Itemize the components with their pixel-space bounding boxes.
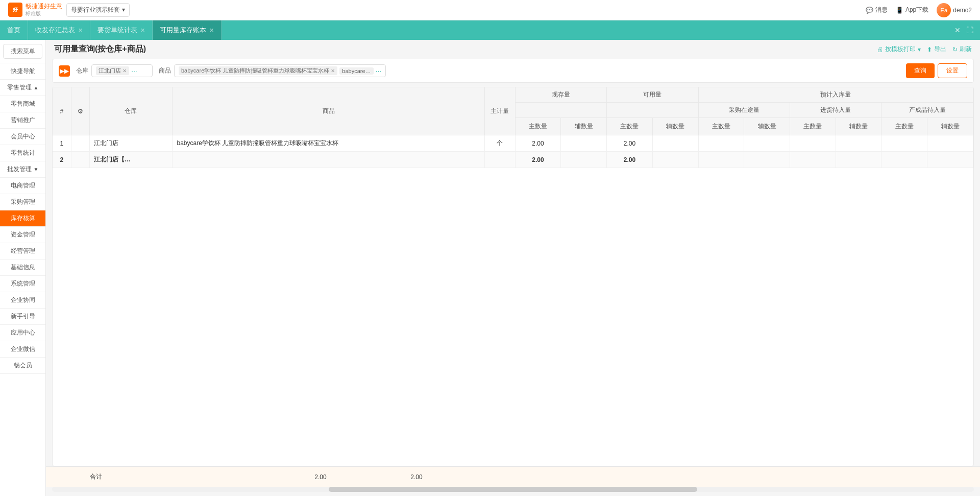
main-layout: 搜索菜单 快捷导航 零售管理 ▲ 零售商城 营销推广 会员中心 零售统计 批发管… [0,40,980,496]
message-button[interactable]: 💬 消息 [866,6,888,14]
table-container: # ⚙ 仓库 商品 主计量 现存量 可用量 预计入库量 采购在途量 进货待入量 [52,87,974,466]
warehouse-filter: 仓库 江北门店 ✕ ··· [76,64,153,77]
product-input[interactable]: babycare学饮杯 儿童防摔防撞吸管杯重力球吸嘴杯宝宝水杯 ✕ babyca… [174,64,386,77]
subtotal-pending-in-main [790,152,836,168]
cell-settings [71,135,89,152]
cell-warehouse: 江北门店 [89,135,173,152]
sidebar-item-member-center[interactable]: 会员中心 [0,129,45,145]
app-download-button[interactable]: 📱 App下载 [896,6,928,14]
th-current-stock: 现存量 [515,87,606,103]
subtotal-index: 2 [53,152,71,168]
header-right: 💬 消息 📱 App下载 Ea demo2 [866,3,972,17]
product-tag-2: babycare… [339,67,373,75]
message-icon: 💬 [866,7,873,14]
tab-orders[interactable]: 要货单统计表 ✕ [90,20,153,40]
remove-warehouse-icon[interactable]: ✕ [122,68,127,74]
footer-avail-main: 2.00 [401,474,432,481]
subtotal-stock-main: 2.00 [515,152,561,168]
th-warehouse: 仓库 [89,87,173,135]
sidebar-item-inventory[interactable]: 库存核算 [0,210,45,227]
th-main-unit: 主计量 [484,87,515,135]
scrollbar-thumb[interactable] [329,487,697,492]
cell-product: babycare学饮杯 儿童防摔防撞吸管杯重力球吸嘴杯宝宝水杯 [173,135,484,152]
sidebar-label: 库存核算 [11,214,35,223]
tab-home[interactable]: 首页 [0,20,28,40]
sidebar-item-wechat[interactable]: 企业微信 [0,341,45,358]
th-planned-inbound: 预计入库量 [698,87,973,103]
setting-button[interactable]: 设置 [938,63,967,78]
sidebar-item-marketing[interactable]: 营销推广 [0,112,45,129]
subtotal-avail-aux [652,152,698,168]
sidebar-item-guide[interactable]: 新手引导 [0,309,45,325]
content-area: 可用量查询(按仓库+商品) 🖨 按模板打印 ▾ ⬆ 导出 ↻ 刷新 ▶▶ [46,40,980,496]
export-button[interactable]: ⬆ 导出 [927,45,946,54]
close-icon[interactable]: ✕ [209,27,214,34]
subtotal-unit [484,152,515,168]
sidebar-item-purchase[interactable]: 采购管理 [0,194,45,210]
product-label: 商品 [159,66,171,75]
filter-expand-button[interactable]: ▶▶ [59,65,70,77]
close-icon[interactable]: ✕ [140,27,145,34]
warehouse-input[interactable]: 江北门店 ✕ ··· [91,64,153,77]
sidebar-item-quick-nav[interactable]: 快捷导航 [0,63,45,80]
close-window-button[interactable]: ✕ [953,26,962,34]
maximize-window-button[interactable]: ⛶ [966,26,974,34]
logo-sub: 标准版 [26,10,62,17]
refresh-button[interactable]: ↻ 刷新 [952,45,972,54]
page-title: 可用量查询(按仓库+商品) [54,44,146,55]
subtotal-purchase-transit-aux [744,152,790,168]
sidebar-item-ecommerce[interactable]: 电商管理 [0,178,45,194]
subtotal-avail-main: 2.00 [607,152,653,168]
cell-purchase-transit-main [698,135,744,152]
sidebar-item-wholesale[interactable]: 批发管理 ▼ [0,161,45,178]
close-icon[interactable]: ✕ [78,27,83,34]
cell-index: 1 [53,135,71,152]
bottom-scrollbar[interactable] [52,487,974,492]
th-avail-main: 主数量 [607,118,653,135]
filter-actions: 查询 设置 [906,63,967,78]
th-settings[interactable]: ⚙ [71,87,89,135]
sidebar: 搜索菜单 快捷导航 零售管理 ▲ 零售商城 营销推广 会员中心 零售统计 批发管… [0,40,46,496]
sidebar-item-operations[interactable]: 经营管理 [0,243,45,259]
search-menu-button[interactable]: 搜索菜单 [3,44,42,59]
sidebar-item-base-info[interactable]: 基础信息 [0,259,45,276]
more-icon[interactable]: ··· [131,67,137,75]
printer-icon: 🖨 [877,46,883,53]
inventory-tab-label: 可用量库存账本 [160,26,206,35]
tab-available-inventory[interactable]: 可用量库存账本 ✕ [153,20,222,40]
th-production-in-main: 主数量 [881,118,927,135]
user-menu[interactable]: Ea demo2 [937,3,972,17]
sidebar-item-app-center[interactable]: 应用中心 [0,325,45,341]
cell-purchase-transit-aux [744,135,790,152]
print-button[interactable]: 🖨 按模板打印 ▾ [877,45,921,54]
sidebar-item-retail-mall[interactable]: 零售商城 [0,96,45,112]
sidebar-item-finance[interactable]: 资金管理 [0,227,45,243]
subtotal-pending-in-aux [836,152,881,168]
cell-pending-in-aux [836,135,881,152]
expand-icon: ▼ [34,167,39,172]
tenant-selector[interactable]: 母婴行业演示账套 ▾ [66,3,130,17]
sidebar-search-area: 搜索菜单 [0,40,45,63]
chevron-down-icon: ▾ [122,6,125,13]
user-name: demo2 [953,7,972,14]
page-header: 可用量查询(按仓库+商品) 🖨 按模板打印 ▾ ⬆ 导出 ↻ 刷新 [46,40,980,59]
th-purchase-pending: 进货待入量 [790,103,881,118]
sidebar-label: 批发管理 [7,165,32,174]
receipts-tab-label: 收发存汇总表 [35,26,75,35]
query-button[interactable]: 查询 [906,63,935,78]
sidebar-item-enterprise[interactable]: 企业协同 [0,292,45,309]
sidebar-item-retail-management[interactable]: 零售管理 ▲ [0,80,45,96]
product-tag-2-text: babycare… [342,68,371,74]
warehouse-tag-text: 江北门店 [99,67,121,75]
sidebar-item-member[interactable]: 畅会员 [0,358,45,374]
sidebar-item-retail-stats[interactable]: 零售统计 [0,145,45,161]
sidebar-item-system[interactable]: 系统管理 [0,276,45,292]
remove-product-1-icon[interactable]: ✕ [331,68,335,74]
th-empty1 [515,103,606,118]
tab-receipts[interactable]: 收发存汇总表 ✕ [28,20,90,40]
more-icon[interactable]: ··· [376,67,382,75]
footer-stock-main: 2.00 [305,474,336,481]
footer-label: 合计 [90,473,131,481]
table-row: 1 江北门店 babycare学饮杯 儿童防摔防撞吸管杯重力球吸嘴杯宝宝水杯 个… [53,135,973,152]
th-purchase-transit-main: 主数量 [698,118,744,135]
